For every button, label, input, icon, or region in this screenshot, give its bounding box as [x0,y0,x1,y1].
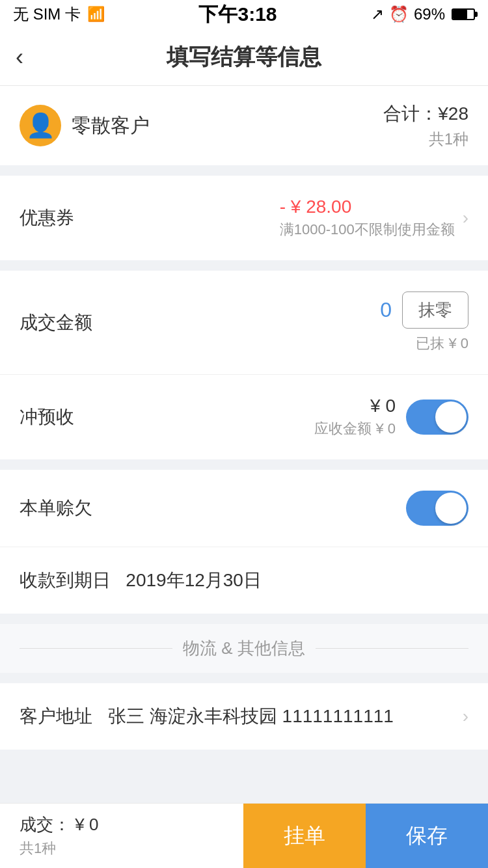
transaction-section: 成交金额 0 抹零 已抹 ¥ 0 冲预收 ¥ 0 应收金额 ¥ 0 [0,271,488,459]
customer-name: 零散客户 [72,113,150,139]
pre-value: ¥ 0 [314,396,396,416]
logistics-line-right [316,648,468,649]
status-time: 下午3:18 [198,1,277,28]
pre-left: 冲预收 [20,405,74,429]
coupon-label: 优惠券 [20,206,74,230]
coupon-discount: - ¥ 28.00 [280,197,455,217]
status-right: ↗ ⏰ 69% [371,5,475,23]
logistics-section: 物流 & 其他信息 [0,624,488,673]
save-button[interactable]: 保存 [366,804,488,869]
address-chevron-icon: › [463,706,468,727]
wifi-icon: 📶 [87,6,105,23]
bottom-count: 共1种 [20,839,224,858]
credit-section: 本单赊欠 收款到期日 2019年12月30日 [0,470,488,614]
status-left: 无 SIM 卡 📶 [13,4,105,25]
toggle-knob [435,401,467,433]
avatar-icon: 👤 [26,112,55,139]
credit-row: 本单赊欠 [0,470,488,547]
alarm-icon: ⏰ [389,5,409,23]
credit-toggle-knob [435,493,467,524]
due-label-text: 收款到期日 [20,570,111,590]
address-row[interactable]: 客户地址 张三 海淀永丰科技园 11111111111 › [0,683,488,750]
coupon-section: 优惠券 - ¥ 28.00 满1000-100不限制使用金额 › [0,176,488,260]
nav-bar: ‹ 填写结算等信息 [0,29,488,86]
logistics-header: 物流 & 其他信息 [0,624,488,673]
address-section: 客户地址 张三 海淀永丰科技园 11111111111 › [0,683,488,750]
amount-sub-text: 已抹 ¥ 0 [416,334,468,353]
due-date-label: 收款到期日 2019年12月30日 [20,570,262,590]
hold-order-button[interactable]: 挂单 [243,804,366,869]
bottom-summary: 成交： ¥ 0 共1种 [0,813,243,858]
coupon-right: - ¥ 28.00 满1000-100不限制使用金额 › [280,197,468,239]
pre-collection-toggle[interactable] [406,400,468,435]
pre-collection-row: 冲预收 ¥ 0 应收金额 ¥ 0 [0,375,488,459]
due-date-row: 收款到期日 2019年12月30日 [0,547,488,614]
customer-section: 👤 零散客户 合计：¥28 共1种 [0,86,488,165]
due-date-value: 2019年12月30日 [126,570,262,590]
coupon-row[interactable]: 优惠券 - ¥ 28.00 满1000-100不限制使用金额 › [0,176,488,260]
customer-left: 👤 零散客户 [20,105,150,146]
logistics-line-left [20,648,172,649]
battery-icon [452,8,475,20]
customer-right: 合计：¥28 共1种 [383,102,468,150]
address-value: 张三 海淀永丰科技园 11111111111 [98,704,463,729]
pre-right: ¥ 0 应收金额 ¥ 0 [314,396,468,439]
location-icon: ↗ [371,5,384,23]
page-title: 填写结算等信息 [167,42,321,72]
address-label: 客户地址 [20,704,98,729]
amount-row: 成交金额 0 抹零 已抹 ¥ 0 [0,271,488,375]
total-count: 共1种 [383,129,468,150]
battery-percentage: 69% [414,5,445,23]
trade-label: 成交： [20,815,70,834]
chevron-icon: › [463,208,468,228]
carrier-text: 无 SIM 卡 [13,4,81,25]
amount-label: 成交金额 [20,310,92,335]
logistics-title: 物流 & 其他信息 [183,637,305,660]
bottom-trade-text: 成交： ¥ 0 [20,813,224,836]
credit-toggle[interactable] [406,491,468,526]
coupon-value: - ¥ 28.00 满1000-100不限制使用金额 [280,197,455,239]
pre-amounts: ¥ 0 应收金额 ¥ 0 [314,396,396,439]
total-amount: 合计：¥28 [383,102,468,126]
round-zero-button[interactable]: 抹零 [402,292,468,329]
pre-sub: 应收金额 ¥ 0 [314,419,396,439]
back-button[interactable]: ‹ [16,44,23,71]
pre-label: 冲预收 [20,405,74,429]
coupon-sub: 满1000-100不限制使用金额 [280,220,455,239]
credit-label: 本单赊欠 [20,496,92,521]
avatar: 👤 [20,105,61,146]
amount-top: 0 抹零 [380,292,468,329]
status-bar: 无 SIM 卡 📶 下午3:18 ↗ ⏰ 69% [0,0,488,29]
amount-value: 0 [380,298,392,322]
trade-value: ¥ 0 [75,815,98,834]
bottom-bar: 成交： ¥ 0 共1种 挂单 保存 [0,803,488,868]
